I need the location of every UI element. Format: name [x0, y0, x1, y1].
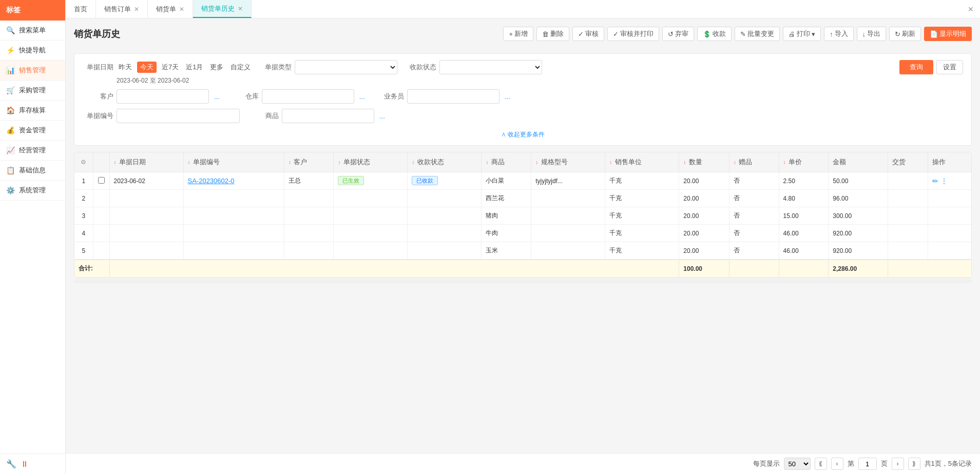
col-docno[interactable]: ↕ 单据编号 — [183, 152, 284, 172]
warehouse-input[interactable] — [262, 89, 354, 104]
tab-sales-history[interactable]: 销货单历史 ✕ — [193, 0, 252, 18]
date-more[interactable]: 更多 — [208, 62, 225, 73]
tab-sales-delivery[interactable]: 销货单 ✕ — [148, 0, 193, 18]
row4-goods: 牛肉 — [482, 225, 531, 242]
salesperson-search-icon[interactable]: ... — [505, 93, 510, 101]
audit-print-button[interactable]: ✓ 审核并打印 — [607, 27, 659, 41]
row1-checkbox[interactable] — [93, 172, 109, 190]
collapse-filter[interactable]: ∧ 收起更多条件 — [83, 128, 963, 139]
col-unit[interactable]: ↕ 销售单位 — [605, 152, 679, 172]
refresh-button[interactable]: ↻ 刷新 — [889, 27, 921, 41]
delete-button[interactable]: 🗑 删除 — [536, 27, 569, 41]
collect-status-select[interactable] — [439, 60, 542, 74]
page-number-input[interactable] — [858, 458, 877, 470]
audit-button[interactable]: ✓ 审核 — [572, 27, 604, 41]
date-7days[interactable]: 近7天 — [160, 62, 181, 73]
date-yesterday[interactable]: 昨天 — [117, 62, 134, 73]
sidebar-item-sales-mgmt[interactable]: 📊 销售管理 — [0, 61, 65, 81]
col-customer-label: 客户 — [294, 158, 307, 166]
row3-spec — [531, 207, 605, 225]
goods-search-icon[interactable]: ... — [379, 112, 385, 120]
date-1month[interactable]: 近1月 — [184, 62, 205, 73]
sidebar-item-inventory[interactable]: 🏠 库存核算 — [0, 101, 65, 121]
sidebar-item-search-menu[interactable]: 🔍 搜索菜单 — [0, 21, 65, 41]
settings-button[interactable]: 设置 — [936, 60, 963, 74]
settings-bottom-icon[interactable]: 🔧 — [6, 459, 16, 469]
row3-num: 3 — [74, 207, 93, 225]
row4-transaction — [888, 225, 928, 242]
sort-date-icon: ↕ — [114, 160, 117, 165]
total-label: 合计: — [74, 260, 109, 278]
filter-goods: 商品 ... — [248, 109, 385, 123]
sidebar-item-finance[interactable]: 💰 资金管理 — [0, 121, 65, 141]
col-gift[interactable]: ↕ 赠品 — [729, 152, 779, 172]
pause-icon[interactable]: ⏸ — [21, 460, 29, 469]
tab-home[interactable]: 首页 — [66, 0, 96, 18]
sidebar-item-purchase-mgmt[interactable]: 🛒 采购管理 — [0, 81, 65, 101]
search-icon: 🔍 — [6, 26, 15, 34]
collect-button[interactable]: 💲 收款 — [697, 27, 732, 41]
warehouse-search-icon[interactable]: ... — [359, 93, 365, 101]
show-detail-button[interactable]: 📄 显示明细 — [924, 27, 972, 41]
total-spacer — [109, 260, 679, 278]
customer-label: 客户 — [83, 92, 113, 101]
page-prev-btn[interactable]: ‹ — [831, 458, 843, 470]
horizontal-scrollbar[interactable] — [74, 279, 972, 283]
row5-amount: 920.00 — [829, 242, 888, 260]
page-first-btn[interactable]: ⟪ — [815, 458, 827, 470]
row3-docstatus — [334, 207, 408, 225]
salesperson-input[interactable] — [407, 89, 499, 104]
tab-sales-order[interactable]: 销售订单 ✕ — [96, 0, 148, 18]
more-icon[interactable]: ⋮ — [940, 177, 948, 185]
page-next-btn[interactable]: › — [892, 458, 904, 470]
row5-docno — [183, 242, 284, 260]
close-all-tabs[interactable]: ✕ — [962, 5, 980, 13]
row2-collectstatus — [408, 190, 482, 207]
close-sales-delivery-tab[interactable]: ✕ — [179, 6, 184, 13]
row2-docno — [183, 190, 284, 207]
query-button[interactable]: 查询 — [899, 60, 933, 74]
col-customer[interactable]: ↕ 客户 — [284, 152, 334, 172]
close-sales-order-tab[interactable]: ✕ — [134, 6, 139, 13]
row3-transaction — [888, 207, 928, 225]
col-date[interactable]: ↕ 单据日期 — [109, 152, 183, 172]
print-button[interactable]: 🖨 打印 ▾ — [783, 27, 821, 41]
col-spec[interactable]: ↕ 规格型号 — [531, 152, 605, 172]
row5-date — [109, 242, 183, 260]
row5-gift: 否 — [729, 242, 779, 260]
row5-num: 5 — [74, 242, 93, 260]
abandon-button[interactable]: ↺ 弃审 — [662, 27, 694, 41]
sidebar-item-basic-info[interactable]: 📋 基础信息 — [0, 161, 65, 181]
col-collectstatus[interactable]: ↕ 收款状态 — [408, 152, 482, 172]
export-button[interactable]: ↓ 导出 — [857, 27, 887, 41]
date-today[interactable]: 今天 — [137, 62, 157, 73]
sidebar-bottom: 🔧 ⏸ — [0, 453, 65, 474]
import-button[interactable]: ↑ 导入 — [824, 27, 854, 41]
page-last-btn[interactable]: ⟫ — [908, 458, 920, 470]
date-custom[interactable]: 自定义 — [228, 62, 253, 73]
edit-icon[interactable]: ✏ — [932, 177, 938, 185]
close-sales-history-tab[interactable]: ✕ — [238, 5, 243, 12]
sidebar-item-quick-nav[interactable]: ⚡ 快捷导航 — [0, 41, 65, 61]
row2-qty: 20.00 — [679, 190, 729, 207]
filter-docno: 单据编号 — [83, 109, 240, 123]
batch-change-button[interactable]: ✎ 批量变更 — [735, 27, 780, 41]
per-page-select[interactable]: 10 20 50 100 — [784, 458, 811, 470]
row2-docstatus — [334, 190, 408, 207]
col-goods[interactable]: ↕ 商品 — [482, 152, 531, 172]
sidebar-item-operations[interactable]: 📈 经营管理 — [0, 141, 65, 161]
doctype-select[interactable] — [295, 60, 397, 74]
col-settings[interactable]: ⚙ — [74, 152, 93, 172]
row1-transaction — [888, 172, 928, 190]
new-button[interactable]: + 新增 — [503, 27, 533, 41]
col-docstatus[interactable]: ↕ 单据状态 — [334, 152, 408, 172]
row1-docno[interactable]: SA-20230602-0 — [183, 172, 284, 190]
customer-input[interactable] — [117, 89, 209, 104]
col-qty[interactable]: ↕ 数量 — [679, 152, 729, 172]
sidebar-item-system-mgmt[interactable]: ⚙️ 系统管理 — [0, 181, 65, 201]
goods-input[interactable] — [282, 109, 374, 123]
salesperson-label: 业务员 — [373, 92, 404, 101]
docno-input[interactable] — [117, 109, 240, 123]
col-price[interactable]: ↕ 单价 — [779, 152, 829, 172]
customer-search-icon[interactable]: ... — [214, 93, 220, 101]
